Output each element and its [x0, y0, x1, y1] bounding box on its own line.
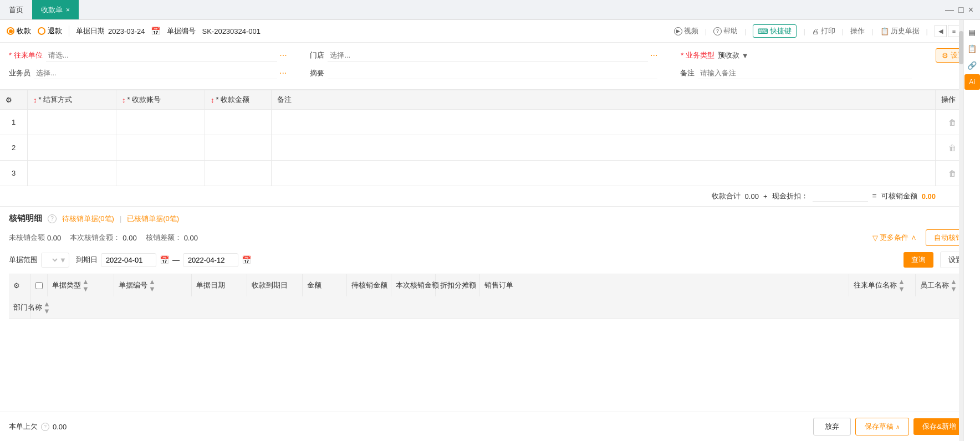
total-label: 收款合计	[712, 191, 741, 201]
td-amount-1[interactable]	[205, 110, 272, 135]
delete-row-1-icon[interactable]: 🗑	[948, 118, 956, 127]
scrollbar-area[interactable]	[959, 20, 963, 441]
summary-input[interactable]	[328, 67, 657, 79]
range-select[interactable]	[42, 253, 59, 267]
sort-store-icon[interactable]: ▲▼	[43, 300, 50, 315]
th-required-1: ↕	[33, 96, 37, 104]
save-draft-btn[interactable]: 保存草稿 ∧	[855, 418, 909, 435]
view-grid-icon[interactable]: ≡	[948, 25, 960, 37]
store-input[interactable]	[328, 49, 648, 61]
td-num-2: 2	[0, 135, 28, 160]
from-unit-input[interactable]	[46, 49, 278, 61]
shortcut-btn[interactable]: ⌨ 快捷键	[753, 24, 797, 38]
sub-gear-icon: ⚙	[13, 281, 20, 290]
date-from-input[interactable]	[101, 253, 156, 267]
sidebar-link-icon[interactable]: 🔗	[964, 58, 980, 73]
operate-label: 操作	[850, 26, 865, 36]
close-window-icon[interactable]: ×	[968, 5, 973, 15]
th-gear[interactable]: ⚙	[0, 90, 28, 109]
delete-row-3-icon[interactable]: 🗑	[948, 169, 956, 178]
date-to-calendar-icon[interactable]: 📅	[242, 255, 251, 264]
calendar-icon[interactable]: 📅	[151, 27, 160, 35]
sort-number-icon[interactable]: ▲▼	[149, 278, 156, 293]
date-to-input[interactable]	[183, 253, 238, 267]
query-btn[interactable]: 查询	[904, 252, 933, 268]
sort-staff-icon[interactable]: ▲▼	[950, 278, 957, 293]
video-btn[interactable]: ▶ 视频	[674, 26, 698, 36]
bottom-left: 本单上欠 ? 0.00	[9, 422, 67, 432]
plus-sign: +	[763, 192, 768, 201]
from-unit-label: * 往来单位	[9, 50, 43, 60]
radio-receipt[interactable]: 收款	[7, 26, 31, 36]
number-label: 单据编号	[167, 26, 196, 36]
date-from-calendar-icon[interactable]: 📅	[160, 255, 169, 264]
select-all-checkbox[interactable]	[35, 282, 43, 289]
minimize-icon[interactable]: —	[945, 5, 954, 15]
sub-th-gear[interactable]: ⚙	[9, 274, 31, 296]
sub-th-store: 部门名称 ▲▼	[9, 296, 31, 319]
sort-type-icon[interactable]: ▲▼	[82, 278, 89, 293]
abandon-btn[interactable]: 放弃	[813, 418, 851, 435]
window-controls: — □ ×	[945, 5, 980, 15]
discount-input[interactable]	[813, 191, 868, 202]
td-amount-3[interactable]	[205, 161, 272, 186]
net-label: 可核销金额	[881, 191, 917, 201]
save-draft-arrow: ∧	[896, 424, 900, 430]
td-settlement-1[interactable]	[28, 110, 116, 135]
bottom-right: 放弃 保存草稿 ∧ 保存&新增 ∧	[813, 418, 971, 435]
business-type-dropdown-icon[interactable]: ▼	[742, 52, 749, 60]
date-value: 2023-03-24	[108, 27, 145, 35]
from-unit-more-icon[interactable]: ···	[279, 50, 287, 60]
print-btn[interactable]: 🖨 打印	[812, 26, 835, 36]
tab-home[interactable]: 首页	[0, 0, 32, 19]
staff-input[interactable]	[34, 67, 277, 79]
td-num-1: 1	[0, 110, 28, 135]
discount-label: 现金折扣：	[772, 191, 808, 201]
done-tab[interactable]: 已核销单据(0笔)	[127, 214, 179, 224]
maximize-icon[interactable]: □	[958, 5, 964, 15]
th-required-3: ↕	[211, 96, 215, 104]
td-num-3: 3	[0, 161, 28, 186]
toolbar-right: ▶ 视频 | ? 帮助 | ⌨ 快捷键 | 🖨 打印 | 操作 |	[674, 24, 973, 38]
sub-th-type: 单据类型 ▲▼	[48, 274, 114, 296]
tab-close-icon[interactable]: ×	[66, 6, 70, 14]
reconcile-info-icon[interactable]: ?	[48, 214, 57, 223]
td-account-2[interactable]	[116, 135, 205, 160]
help-btn[interactable]: ? 帮助	[713, 26, 738, 36]
operate-btn[interactable]: 操作	[850, 26, 865, 36]
diff-stat: 核销差额： 0.00	[146, 233, 198, 243]
td-remark-2[interactable]	[272, 135, 936, 160]
view-list-icon[interactable]: ◀	[935, 25, 947, 37]
history-btn[interactable]: 📋 历史单据	[880, 26, 920, 36]
td-remark-1[interactable]	[272, 110, 936, 135]
history-label: 历史单据	[891, 26, 920, 36]
sort-unit-icon[interactable]: ▲▼	[898, 278, 905, 293]
store-more-icon[interactable]: ···	[650, 50, 657, 60]
date-range-field: 到期日 📅 — 📅	[76, 253, 251, 267]
radio-refund[interactable]: 退款	[38, 26, 62, 36]
td-settlement-3[interactable]	[28, 161, 116, 186]
td-account-3[interactable]	[116, 161, 205, 186]
sidebar-doc-icon[interactable]: 📋	[964, 41, 980, 57]
main-content: 收款 退款 单据日期 2023-03-24 📅 单据编号 SK-20230324…	[0, 20, 980, 441]
more-filter-btn[interactable]: ▽ 更多条件 ∧	[872, 233, 917, 243]
bottom-info-icon[interactable]: ?	[41, 423, 49, 431]
pending-tab[interactable]: 待核销单据(0笔)	[62, 214, 114, 224]
print-icon: 🖨	[812, 27, 819, 35]
sidebar-table-icon[interactable]: ▤	[964, 24, 980, 40]
scrollbar-thumb[interactable]	[959, 31, 963, 64]
delete-row-2-icon[interactable]: 🗑	[948, 143, 956, 152]
divider-1	[69, 25, 69, 37]
td-amount-2[interactable]	[205, 135, 272, 160]
gear-icon: ⚙	[6, 96, 12, 104]
td-settlement-2[interactable]	[28, 135, 116, 160]
current-value: 0.00	[122, 234, 136, 242]
td-account-1[interactable]	[116, 110, 205, 135]
remark-input[interactable]	[698, 67, 912, 79]
current-label: 本次核销金额：	[70, 233, 120, 243]
sidebar-camera-icon[interactable]: Ai	[964, 74, 980, 90]
staff-more-icon[interactable]: ···	[279, 68, 287, 78]
table-row: 2 🗑 ⊞	[0, 135, 980, 161]
td-remark-3[interactable]	[272, 161, 936, 186]
tab-receipt[interactable]: 收款单 ×	[32, 0, 79, 19]
